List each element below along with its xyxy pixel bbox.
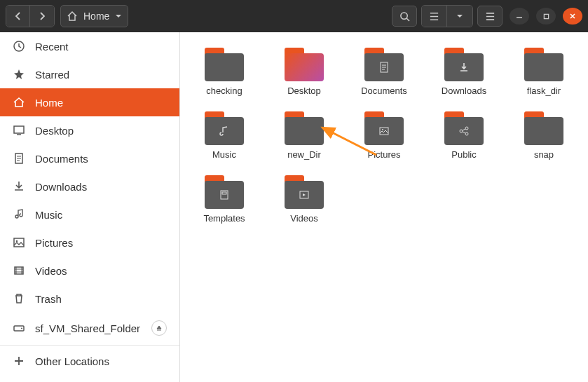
file-label: flask_dir — [527, 86, 561, 96]
file-item-checking[interactable]: checking — [186, 45, 263, 99]
sidebar-item-label: Trash — [35, 293, 62, 305]
svg-point-14 — [465, 127, 468, 130]
file-label: snap — [534, 149, 554, 160]
path-label: Home — [83, 11, 109, 22]
file-item-new-dir[interactable]: new_Dir — [266, 109, 343, 163]
file-grid: checking Desktop Documents Downloads fla… — [186, 45, 582, 226]
clock-icon — [13, 40, 25, 53]
sidebar-item-home[interactable]: Home — [0, 88, 179, 116]
file-item-flask-dir[interactable]: flask_dir — [505, 45, 582, 99]
svg-rect-1 — [544, 14, 548, 18]
sidebar-item-documents[interactable]: Documents — [0, 144, 179, 172]
documents-icon — [13, 152, 25, 165]
svg-rect-5 — [14, 238, 24, 247]
view-dropdown-button[interactable] — [447, 6, 472, 27]
forward-button[interactable] — [30, 6, 54, 27]
sidebar-item-videos[interactable]: Videos — [0, 257, 179, 285]
file-label: Downloads — [442, 86, 486, 96]
sidebar-item-label: Home — [35, 97, 63, 109]
home-icon — [13, 96, 25, 109]
svg-rect-3 — [14, 126, 24, 133]
sidebar-item-label: Documents — [35, 153, 88, 165]
sidebar-item-trash[interactable]: Trash — [0, 285, 179, 313]
hamburger-menu-button[interactable] — [477, 6, 502, 27]
svg-point-12 — [382, 129, 383, 130]
folder-icon — [444, 48, 484, 81]
sidebar-other-locations[interactable]: Other Locations — [0, 347, 179, 375]
view-mode-group — [421, 5, 473, 27]
drive-icon — [13, 322, 25, 334]
back-button[interactable] — [6, 6, 30, 27]
sidebar-item-label: sf_VM_Shared_Folder — [35, 322, 140, 334]
sidebar-item-desktop[interactable]: Desktop — [0, 116, 179, 144]
path-bar[interactable]: Home — [60, 5, 128, 27]
svg-point-6 — [16, 240, 18, 242]
home-icon — [67, 11, 78, 22]
video-icon — [13, 264, 25, 277]
list-view-button[interactable] — [422, 6, 447, 27]
file-item-pictures[interactable]: Pictures — [346, 109, 423, 163]
star-icon — [13, 68, 25, 81]
file-label: Desktop — [287, 86, 321, 96]
svg-point-15 — [465, 132, 468, 135]
folder-icon — [364, 111, 404, 145]
svg-point-13 — [460, 130, 463, 132]
file-item-desktop[interactable]: Desktop — [266, 45, 343, 99]
plus-icon — [13, 355, 25, 367]
trash-icon — [13, 292, 25, 305]
sidebar-item-label: Desktop — [35, 125, 74, 137]
folder-icon — [205, 48, 244, 81]
folder-icon — [285, 48, 324, 81]
folder-icon — [205, 111, 244, 145]
sidebar-item-label: Music — [35, 209, 62, 221]
sidebar-item-pictures[interactable]: Pictures — [0, 228, 179, 257]
file-label: new_Dir — [287, 149, 321, 160]
path-dropdown-icon[interactable] — [115, 13, 122, 20]
close-button[interactable] — [563, 8, 582, 25]
music-icon — [13, 208, 25, 221]
svg-point-0 — [400, 12, 406, 18]
file-item-music[interactable]: Music — [186, 109, 263, 163]
nav-buttons — [6, 5, 55, 27]
minimize-button[interactable] — [510, 8, 529, 25]
file-item-snap[interactable]: snap — [505, 109, 582, 163]
file-item-public[interactable]: Public — [425, 109, 502, 163]
svg-rect-11 — [380, 128, 388, 135]
file-label: Public — [451, 149, 476, 160]
sidebar-item-recent[interactable]: Recent — [0, 32, 179, 60]
folder-icon — [285, 111, 324, 145]
file-item-downloads[interactable]: Downloads — [425, 45, 502, 99]
svg-point-9 — [21, 328, 22, 329]
sidebar-item-label: Other Locations — [35, 355, 109, 367]
search-button[interactable] — [392, 6, 417, 27]
file-label: Music — [212, 149, 236, 160]
file-label: Documents — [361, 86, 407, 96]
maximize-button[interactable] — [536, 8, 556, 25]
download-icon — [13, 180, 25, 193]
folder-icon — [524, 111, 563, 145]
desktop-icon — [13, 124, 25, 137]
file-item-videos[interactable]: Videos — [266, 172, 343, 226]
file-label: checking — [206, 86, 242, 96]
sidebar-separator — [0, 345, 179, 346]
sidebar-item-downloads[interactable]: Downloads — [0, 172, 179, 200]
folder-icon — [524, 48, 563, 81]
file-item-documents[interactable]: Documents — [346, 45, 423, 99]
sidebar-item-label: Starred — [35, 69, 69, 81]
file-grid-area[interactable]: checking Desktop Documents Downloads fla… — [180, 32, 588, 382]
folder-icon — [285, 175, 324, 209]
sidebar-item-label: Pictures — [35, 237, 73, 249]
folder-icon — [444, 111, 484, 145]
sidebar: Recent Starred Home Desktop Documents Do… — [0, 32, 180, 382]
main-content: Recent Starred Home Desktop Documents Do… — [0, 32, 588, 382]
sidebar-item-sf-vm-shared-folder[interactable]: sf_VM_Shared_Folder — [0, 313, 179, 343]
sidebar-item-starred[interactable]: Starred — [0, 60, 179, 88]
sidebar-item-music[interactable]: Music — [0, 200, 179, 228]
file-label: Pictures — [368, 149, 401, 160]
folder-icon — [205, 175, 244, 209]
file-item-templates[interactable]: Templates — [186, 172, 263, 226]
file-label: Videos — [290, 213, 318, 224]
pictures-icon — [13, 236, 25, 249]
eject-button[interactable] — [151, 320, 167, 336]
file-label: Templates — [203, 213, 245, 224]
